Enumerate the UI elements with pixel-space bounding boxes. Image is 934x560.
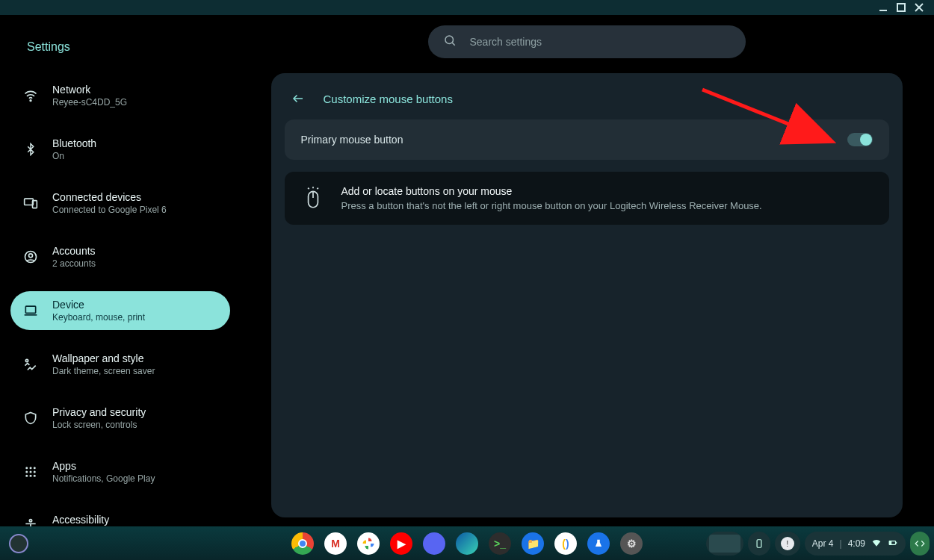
palette-icon	[22, 356, 39, 373]
sidebar-item-sub: Lock screen, controls	[52, 420, 146, 430]
tray-date: Apr 4	[812, 538, 834, 549]
tray-dev-icon[interactable]	[910, 532, 930, 556]
sidebar-item-sub: 2 accounts	[52, 258, 96, 269]
sidebar-item-label: Bluetooth	[52, 137, 96, 149]
sidebar-item-label: Device	[52, 299, 145, 311]
window-titlebar	[0, 0, 934, 15]
sidebar-item-label: Connected devices	[52, 191, 167, 203]
app-gmail[interactable]: M	[324, 532, 347, 555]
app-title: Settings	[27, 40, 230, 54]
sidebar-item-device[interactable]: DeviceKeyboard, mouse, print	[10, 291, 230, 330]
tray-phone-hub[interactable]	[748, 532, 770, 556]
svg-point-8	[29, 254, 33, 258]
sidebar-item-sub: On	[52, 151, 96, 161]
sidebar-item-label: Network	[52, 84, 127, 96]
sidebar-item-label: Accounts	[52, 245, 96, 257]
sidebar-item-privacy[interactable]: Privacy and securityLock screen, control…	[10, 399, 230, 438]
svg-point-4	[30, 100, 31, 102]
sidebar-item-sub: Dark theme, screen saver	[52, 366, 155, 376]
app-chrome[interactable]	[291, 532, 314, 555]
svg-point-23	[445, 36, 454, 44]
system-tray: ! Apr 4 | 4:09	[706, 532, 930, 556]
app-generic2[interactable]	[587, 532, 610, 555]
search-icon	[443, 34, 457, 50]
primary-mouse-button-label: Primary mouse button	[301, 134, 403, 146]
tray-notification[interactable]: !	[775, 532, 800, 556]
battery-icon	[888, 538, 898, 550]
svg-point-19	[30, 475, 32, 477]
app-youtube[interactable]: ▶	[390, 532, 412, 555]
back-button[interactable]	[289, 90, 307, 108]
account-icon	[22, 249, 39, 265]
tray-time: 4:09	[848, 538, 865, 549]
svg-point-17	[34, 471, 36, 473]
primary-mouse-button-row: Primary mouse button	[285, 119, 889, 160]
svg-point-21	[29, 520, 31, 522]
wifi-icon	[22, 87, 39, 104]
sidebar-item-label: Privacy and security	[52, 406, 146, 418]
status-area[interactable]: Apr 4 | 4:09	[805, 532, 906, 556]
sidebar-item-label: Accessibility	[52, 514, 167, 526]
launcher-button[interactable]	[9, 534, 28, 553]
app-files[interactable]: 📁	[522, 532, 544, 555]
window-maximize-button[interactable]	[892, 0, 910, 15]
app-settings[interactable]: ⚙	[620, 532, 643, 555]
svg-point-16	[30, 471, 32, 473]
add-locate-buttons-card: Add or locate buttons on your mouse Pres…	[285, 172, 889, 225]
shelf: M ▶ >_ 📁 () ⚙ ! Apr 4 | 4:09	[0, 526, 934, 560]
app-photos[interactable]	[357, 532, 380, 555]
search-input[interactable]	[470, 36, 731, 48]
window-close-button[interactable]	[910, 0, 928, 15]
sidebar-item-apps[interactable]: AppsNotifications, Google Play	[10, 452, 230, 491]
svg-rect-9	[25, 306, 35, 313]
apps-icon	[22, 464, 39, 480]
settings-card: Customize mouse buttons Primary mouse bu…	[271, 73, 903, 517]
sidebar-item-wallpaper[interactable]: Wallpaper and styleDark theme, screen sa…	[10, 345, 230, 384]
svg-point-12	[25, 467, 28, 469]
app-terminal[interactable]: >_	[489, 532, 511, 555]
svg-rect-5	[25, 199, 34, 205]
page-title: Customize mouse buttons	[324, 93, 453, 105]
tray-thumbnail[interactable]	[706, 532, 743, 556]
devices-icon	[22, 195, 39, 211]
sidebar-item-bluetooth[interactable]: BluetoothOn	[10, 130, 230, 169]
sidebar-item-label: Wallpaper and style	[52, 352, 155, 364]
primary-mouse-button-toggle[interactable]	[847, 133, 873, 146]
svg-rect-34	[889, 541, 891, 544]
svg-point-18	[25, 475, 28, 477]
app-generic1[interactable]: ()	[554, 532, 577, 555]
svg-point-15	[25, 471, 28, 473]
sidebar-item-sub: Keyboard, mouse, print	[52, 312, 145, 323]
shield-icon	[22, 410, 39, 426]
mouse-icon	[301, 187, 325, 211]
sidebar-item-accounts[interactable]: Accounts2 accounts	[10, 237, 230, 276]
app-edge[interactable]	[456, 532, 478, 555]
svg-line-30	[317, 187, 318, 189]
search-bar[interactable]	[428, 25, 746, 58]
sidebar-item-network[interactable]: NetworkReyee-sC4DD_5G	[10, 76, 230, 115]
svg-point-20	[34, 475, 36, 477]
sidebar-item-sub: Notifications, Google Play	[52, 473, 155, 484]
wifi-icon	[871, 538, 882, 550]
window-minimize-button[interactable]	[874, 0, 892, 15]
sidebar-item-label: Apps	[52, 460, 155, 472]
sidebar-item-sub: Connected to Google Pixel 6	[52, 205, 167, 215]
laptop-icon	[22, 302, 39, 319]
sidebar: Settings NetworkReyee-sC4DD_5G Bluetooth…	[0, 15, 239, 526]
svg-point-11	[25, 359, 28, 361]
sidebar-item-connected-devices[interactable]: Connected devicesConnected to Google Pix…	[10, 184, 230, 223]
svg-line-24	[452, 43, 454, 45]
svg-point-13	[30, 467, 32, 469]
app-discord[interactable]	[423, 532, 445, 555]
svg-line-29	[308, 187, 309, 189]
instruction-subtitle: Press a button that's not the left or ri…	[341, 200, 762, 211]
svg-rect-32	[757, 540, 761, 548]
svg-point-14	[34, 467, 36, 469]
instruction-title: Add or locate buttons on your mouse	[341, 185, 762, 197]
svg-rect-1	[897, 4, 905, 11]
sidebar-item-sub: Reyee-sC4DD_5G	[52, 97, 127, 108]
bluetooth-icon	[22, 141, 39, 158]
